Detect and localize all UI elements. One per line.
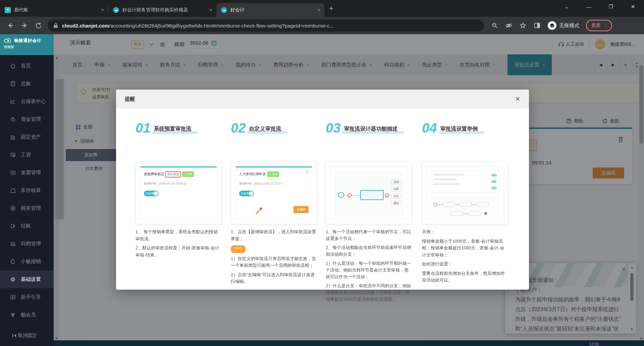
step-title: 系统预置审批流 [153, 126, 193, 133]
sidebar: 畅捷通好会计 旗舰版 首页 总账 云报表中心 资金管理 固 [0, 34, 54, 346]
side-panel-icon[interactable] [534, 22, 540, 29]
address-bar[interactable]: cloud2.chanjet.com/accounting/uh26t264j5… [48, 19, 484, 32]
sidebar-item-tax[interactable]: 税务管理 [0, 199, 54, 217]
browser-tab-active[interactable]: ☁ 好会计 × [216, 3, 324, 17]
flow-diagram: − + 活动 结束 分支 通知 [334, 170, 404, 216]
step-number: 02 [231, 122, 246, 134]
enabled-chip: 已启用 [267, 171, 279, 177]
update-label: 更新 [591, 22, 601, 29]
url-path: /accounting/uh26t264j5ui/98gdhygx8w/idx.… [109, 23, 334, 29]
mini-flow-diagram [430, 197, 500, 216]
reimburse-icon [10, 259, 16, 264]
find-in-page-icon[interactable] [491, 22, 498, 29]
step-line: 示例： [422, 229, 508, 236]
browser-tab-strip: ✦ 易代账 × ☁ 好会计财务管理软件购买价格及 × ☁ 好会计 × + ⌄ —… [0, 0, 644, 17]
browser-menu-chevron-icon[interactable]: ⌄ [555, 4, 578, 10]
enabled-toggle: 已启用 [239, 191, 254, 196]
ledger-icon [10, 81, 16, 87]
sidebar-item-label: 工资 [21, 152, 31, 158]
screen: ✦ 易代账 × ☁ 好会计财务管理软件购买价格及 × ☁ 好会计 × + ⌄ —… [0, 0, 644, 346]
reload-button[interactable] [35, 22, 42, 29]
thumb-doc-title: 差旅费审批流 [144, 172, 164, 177]
sidebar-item-label: 小畅报销 [21, 258, 41, 265]
flow-menu-item: 活动 [391, 179, 401, 185]
yidaizhang-favicon-icon: ✦ [5, 7, 11, 13]
step-line: 报销单金额小于1000元，老板-会计审核流程；报销单金额超过1000元，老板-会… [422, 238, 508, 259]
step-header: 01 系统预置审批流 [136, 119, 222, 134]
window-controls: ⌄ — ❐ ✕ [555, 0, 644, 13]
flow-menu-item: 结束 [391, 186, 401, 192]
browser-tab[interactable]: ✦ 易代账 × [0, 3, 108, 17]
sidebar-item-home[interactable]: 首页 [0, 57, 54, 75]
url-domain: cloud2.chanjet.com [62, 23, 109, 29]
step-line: 如何进行设置： [422, 261, 508, 268]
minimize-button[interactable]: — [578, 4, 600, 10]
member-v-icon [10, 312, 16, 318]
home-icon [10, 63, 16, 69]
modal-title: 提醒 [125, 96, 135, 102]
sidebar-item-label: 税务管理 [21, 205, 41, 211]
sidebar-item-closing[interactable]: 结账 [0, 217, 54, 235]
privacy-eye-icon[interactable] [505, 22, 512, 29]
brand-name: 畅捷通好会计 [14, 38, 41, 44]
sidebar-item-settings[interactable]: 基础设置 [0, 270, 54, 288]
sidebar-item-xiaochang-reimburse[interactable]: 小畅报销 [0, 253, 54, 270]
tab-close-icon[interactable]: × [209, 7, 212, 13]
tips-badge: TIPS [231, 245, 246, 253]
maximize-button[interactable]: ❐ [600, 4, 622, 10]
report-chart-icon [10, 99, 16, 104]
sidebar-item-cloud-reports[interactable]: 云报表中心 [0, 93, 54, 110]
gear-icon [10, 277, 16, 282]
mini-settings-panel [430, 170, 500, 193]
sidebar-item-label: 资金管理 [21, 116, 41, 122]
new-tab-button[interactable]: + [329, 4, 333, 13]
sidebar-item-label: 发票管理 [21, 169, 41, 176]
incognito-label: 无痕模式 [559, 22, 579, 29]
step-column-3: 03 审批流设计器功能描述 − + 活动 结束 分支 [326, 119, 412, 134]
browser-update-button[interactable]: 更新 ⋮ [586, 20, 612, 31]
sidebar-item-funds[interactable]: 资金管理 [0, 110, 54, 128]
sidebar-item-label: 基础设置 [21, 276, 41, 283]
warehouse-icon [10, 188, 16, 193]
step-number: 01 [136, 122, 151, 134]
brand-block: 畅捷通好会计 旗舰版 [0, 34, 54, 55]
sidebar-item-archive[interactable]: 归档管理 [0, 235, 54, 253]
sidebar-item-payroll[interactable]: 工资 [0, 146, 54, 164]
step-line: 1、点击【新增审批流】，进入到审批流设置界面； [231, 229, 317, 242]
enabled-toggle: 已启用 [144, 191, 159, 196]
step-header: 03 审批流设计器功能描述 [326, 119, 412, 134]
close-window-button[interactable]: ✕ [622, 4, 644, 10]
unpin-sidebar-button[interactable]: 取消固定 [12, 333, 37, 339]
closing-icon [10, 223, 16, 229]
sidebar-menu: 首页 总账 云报表中心 资金管理 固定资产 工资 [0, 55, 54, 324]
sidebar-item-onboarding[interactable]: 新手引导 [0, 288, 54, 306]
back-button[interactable] [7, 22, 14, 29]
tab-close-icon[interactable]: × [101, 7, 104, 13]
thumb-doc-title: 人力资招口888 设 [239, 172, 266, 177]
sidebar-item-invoices[interactable]: 发票管理 [0, 164, 54, 182]
tax-icon [10, 205, 16, 211]
sidebar-item-label: 归档管理 [21, 241, 41, 247]
profile-area[interactable]: 无痕模式 [548, 21, 579, 30]
sidebar-item-label: 首页 [21, 63, 31, 69]
tab-close-icon[interactable]: × [317, 7, 320, 13]
sidebar-item-label: 固定资产 [21, 134, 41, 140]
step-line: 1、每一个活动都代表一个审核的节点，可以设置多个节点； [326, 229, 412, 242]
step-header: 04 审批流设置举例 [422, 119, 508, 134]
haokuaiji-favicon-icon: ☁ [221, 7, 227, 13]
sidebar-item-inventory[interactable]: 库存核算 [0, 182, 54, 199]
sidebar-item-general-ledger[interactable]: 总账 [0, 75, 54, 93]
kebab-menu-icon[interactable]: ⋮ [603, 23, 608, 28]
bookmark-star-icon[interactable] [520, 22, 526, 29]
forward-button[interactable] [21, 22, 28, 29]
step-title: 审批流设计器功能描述 [343, 126, 399, 133]
sidebar-item-fixed-assets[interactable]: 固定资产 [0, 128, 54, 146]
incognito-icon [548, 21, 556, 30]
sidebar-item-membership[interactable]: 畅会员 [0, 306, 54, 324]
sidebar-item-label: 云报表中心 [21, 98, 46, 105]
browser-tab[interactable]: ☁ 好会计财务管理软件购买价格及 × [108, 3, 216, 17]
step-thumbnail: 人力资招口888 设 已启用 更新时间：2020-11-02 17:27:07 … [231, 161, 317, 224]
browser-tab-title: 好会计 [230, 7, 314, 13]
modal-close-icon[interactable]: ✕ [515, 95, 520, 103]
step-text: 1、每一个活动都代表一个审核的节点，可以设置多个节点； 2、每个活动都能在当前环… [326, 229, 412, 305]
